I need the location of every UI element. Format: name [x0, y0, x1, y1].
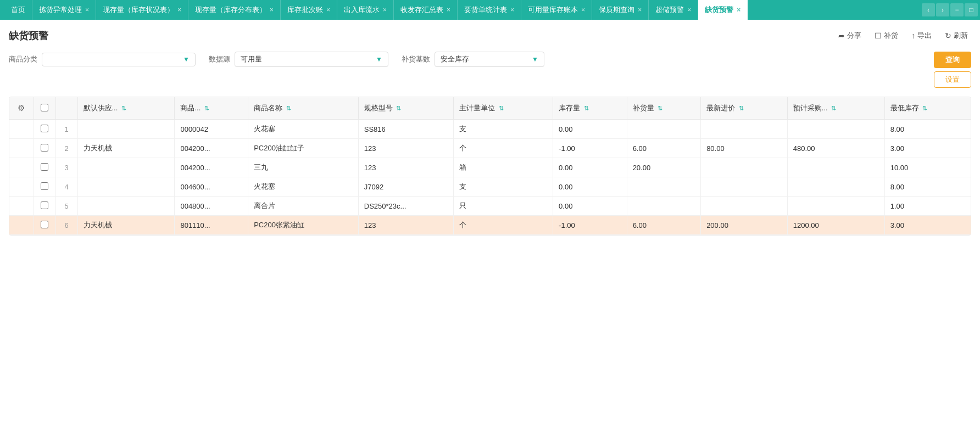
tab-home[interactable]: 首页 [2, 0, 32, 20]
close-tab-receive-summary[interactable]: × [447, 6, 450, 14]
close-tab-available-ledger[interactable]: × [581, 6, 585, 14]
row-product-code-2: 004200... [175, 158, 248, 177]
row-unit-4: 只 [454, 197, 553, 216]
row-checkbox-cell-2[interactable] [34, 158, 55, 177]
row-checkbox-0[interactable] [41, 125, 48, 132]
tab-receive-summary[interactable]: 收发存汇总表 × [394, 0, 458, 20]
tab-inventory-status[interactable]: 现存量（库存状况表） × [96, 0, 188, 20]
tab-batch-account[interactable]: 库存批次账 × [281, 0, 337, 20]
replenish-base-select[interactable]: 安全库存 ▼ [435, 52, 544, 67]
close-tab-overstock[interactable]: × [687, 6, 691, 14]
tab-maximize-button[interactable]: □ [965, 3, 978, 16]
tab-next-button[interactable]: › [936, 3, 949, 16]
close-tab-batch-account[interactable]: × [326, 6, 330, 14]
row-supplier-0 [77, 120, 175, 139]
refresh-icon: ↻ [945, 31, 951, 40]
share-button[interactable]: ➦ 分享 [835, 29, 865, 43]
row-index-5: 6 [55, 216, 77, 235]
row-latest-price-1: 80.00 [701, 139, 788, 158]
category-select[interactable]: ▼ [42, 53, 196, 66]
sort-est-icon: ⇅ [831, 105, 836, 111]
row-supplier-2 [77, 158, 175, 177]
tab-expiry-query[interactable]: 保质期查询 × [592, 0, 649, 20]
row-latest-price-3 [701, 177, 788, 197]
row-index-0: 1 [55, 120, 77, 139]
row-unit-0: 支 [454, 120, 553, 139]
th-inventory[interactable]: 库存量 ⇅ [553, 97, 627, 120]
close-tab-shortage[interactable]: × [737, 6, 740, 14]
th-unit[interactable]: 主计量单位 ⇅ [454, 97, 553, 120]
row-checkbox-cell-4[interactable] [34, 197, 55, 216]
row-checkbox-5[interactable] [41, 221, 48, 228]
tab-available-ledger[interactable]: 可用量库存账本 × [521, 0, 592, 20]
row-replenish-0 [627, 120, 701, 139]
row-checkbox-cell-1[interactable] [34, 139, 55, 158]
close-tab-inout-flow[interactable]: × [383, 6, 387, 14]
row-spec-0: SS816 [358, 120, 454, 139]
tab-shortage[interactable]: 缺货预警 × [698, 0, 748, 20]
replenish-icon: ☐ [875, 31, 882, 40]
datasource-select[interactable]: 可用量 ▼ [235, 52, 388, 67]
row-index-3: 4 [55, 177, 77, 197]
tab-nav-buttons: ‹ › − □ [922, 3, 978, 16]
row-checkbox-4[interactable] [41, 201, 48, 209]
close-tab-order-stats[interactable]: × [510, 6, 514, 14]
settings-button[interactable]: 设置 [934, 71, 971, 88]
replenish-button[interactable]: ☐ 补货 [871, 29, 901, 43]
close-tab-abnormal[interactable]: × [85, 6, 89, 14]
th-product-name[interactable]: 商品名称 ⇅ [248, 97, 359, 120]
column-settings-button[interactable]: ⚙ [15, 102, 27, 114]
tab-inventory-dist[interactable]: 现存量（库存分布表） × [188, 0, 281, 20]
main-content: 缺货预警 ➦ 分享 ☐ 补货 ↑ 导出 ↻ 刷新 商品分类 [0, 20, 980, 437]
row-inventory-0: 0.00 [553, 120, 627, 139]
row-latest-price-5: 200.00 [701, 216, 788, 235]
refresh-button[interactable]: ↻ 刷新 [942, 29, 971, 43]
row-product-name-3: 火花塞 [248, 177, 359, 197]
th-select-all[interactable] [34, 97, 55, 120]
row-index-1: 2 [55, 139, 77, 158]
query-button[interactable]: 查询 [934, 52, 971, 68]
th-spec[interactable]: 规格型号 ⇅ [358, 97, 454, 120]
close-tab-inventory-status[interactable]: × [177, 6, 181, 14]
row-inventory-1: -1.00 [553, 139, 627, 158]
th-est-purchase[interactable]: 预计采购... ⇅ [787, 97, 884, 120]
row-min-stock-4: 1.00 [884, 197, 971, 216]
select-all-checkbox[interactable] [41, 104, 48, 111]
table-row: 2 力天机械 004200... PC200油缸缸子 123 个 -1.00 6… [9, 139, 971, 158]
row-checkbox-cell-3[interactable] [34, 177, 55, 197]
table-row: 1 0000042 火花塞 SS816 支 0.00 8.00 [9, 120, 971, 139]
th-latest-price[interactable]: 最新进价 ⇅ [701, 97, 788, 120]
close-tab-inventory-dist[interactable]: × [270, 6, 274, 14]
sort-min-icon: ⇅ [922, 105, 927, 111]
table-body: 1 0000042 火花塞 SS816 支 0.00 8.00 2 力天机械 0… [9, 120, 971, 235]
table-row: 6 力天机械 801110... PC200张紧油缸 123 个 -1.00 6… [9, 216, 971, 235]
tab-overstock[interactable]: 超储预警 × [649, 0, 698, 20]
tab-prev-button[interactable]: ‹ [922, 3, 935, 16]
export-button[interactable]: ↑ 导出 [908, 29, 935, 43]
row-checkbox-3[interactable] [41, 182, 48, 190]
row-unit-1: 个 [454, 139, 553, 158]
row-checkbox-cell-5[interactable] [34, 216, 55, 235]
tab-minimize-button[interactable]: − [950, 3, 964, 16]
th-min-stock[interactable]: 最低库存 ⇅ [884, 97, 971, 120]
tab-inout-flow[interactable]: 出入库流水 × [337, 0, 394, 20]
th-supplier[interactable]: 默认供应... ⇅ [77, 97, 175, 120]
row-supplier-1: 力天机械 [77, 139, 175, 158]
row-spec-5: 123 [358, 216, 454, 235]
tab-abnormal[interactable]: 拣货异常处理 × [32, 0, 96, 20]
tab-order-stats[interactable]: 要货单统计表 × [458, 0, 521, 20]
close-tab-expiry-query[interactable]: × [638, 6, 642, 14]
sort-price-icon: ⇅ [739, 105, 744, 111]
row-min-stock-5: 3.00 [884, 216, 971, 235]
row-replenish-3 [627, 177, 701, 197]
row-min-stock-3: 8.00 [884, 177, 971, 197]
th-product-code[interactable]: 商品... ⇅ [175, 97, 248, 120]
row-unit-2: 箱 [454, 158, 553, 177]
sort-inventory-icon: ⇅ [584, 105, 589, 111]
sort-code-icon: ⇅ [204, 105, 209, 111]
th-replenish[interactable]: 补货量 ⇅ [627, 97, 701, 120]
row-checkbox-2[interactable] [41, 163, 48, 171]
row-checkbox-cell-0[interactable] [34, 120, 55, 139]
row-checkbox-1[interactable] [41, 144, 48, 152]
row-min-stock-2: 10.00 [884, 158, 971, 177]
